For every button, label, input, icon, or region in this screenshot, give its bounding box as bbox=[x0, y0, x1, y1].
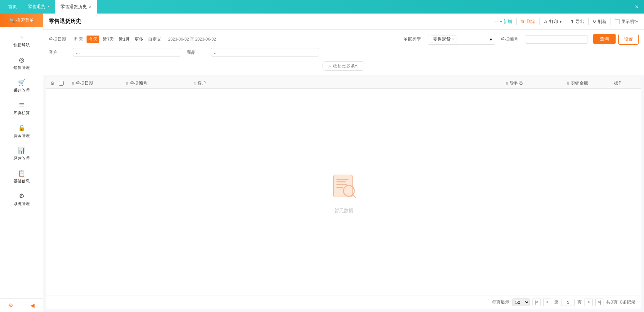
main-layout: 🔍 搜索菜单 ⌂ 快捷导航 ◎ 销售管理 🛒 采购管理 ☰ 库存核算 🔒 资 bbox=[0, 14, 644, 312]
tab-retail-return[interactable]: 零售退货 × bbox=[22, 0, 55, 14]
page-label: 第 bbox=[554, 299, 558, 305]
page-last-button[interactable]: >| bbox=[595, 298, 603, 306]
date-yesterday[interactable]: 昨天 bbox=[73, 36, 85, 43]
delete-icon: 🗑 bbox=[521, 19, 525, 24]
svg-rect-2 bbox=[336, 181, 346, 182]
sidebar-item-management[interactable]: 📊 经营管理 bbox=[0, 143, 43, 165]
tab-retail-return-history-label: 零售退货历史 bbox=[61, 4, 87, 10]
tab-home[interactable]: 首页 bbox=[3, 0, 22, 14]
th-action-label: 操作 bbox=[614, 80, 623, 86]
empty-state: 暂无数据 bbox=[46, 89, 641, 295]
filter-main: 单据日期 昨天 今天 近7天 近1月 更多 自定义 2023-06-02 至 2… bbox=[49, 34, 588, 60]
table-column-settings-icon[interactable]: ⚙ bbox=[50, 81, 55, 86]
sales-icon: ◎ bbox=[19, 56, 24, 64]
basic-icon: 📋 bbox=[18, 170, 25, 177]
sidebar-item-system[interactable]: ⚙ 系统管理 bbox=[0, 188, 43, 211]
date-filter-label: 单据日期 bbox=[49, 36, 68, 42]
home-icon: ⌂ bbox=[20, 34, 23, 41]
type-tag-close[interactable]: × bbox=[452, 37, 454, 41]
date-more[interactable]: 更多 bbox=[133, 36, 145, 43]
sidebar-item-basic[interactable]: 📋 基础信息 bbox=[0, 165, 43, 188]
date-range-display: 2023-06-02 至 2023-06-02 bbox=[168, 37, 216, 42]
finance-icon: 🔒 bbox=[18, 124, 25, 132]
goods-input[interactable] bbox=[211, 48, 319, 57]
page-header: 零售退货历史 ＋ + 新增 🗑 删除 🖨 打印 ▾ bbox=[43, 14, 644, 30]
date-7days[interactable]: 近7天 bbox=[101, 36, 115, 43]
customer-filter-label: 客户 bbox=[49, 49, 68, 55]
setting-button[interactable]: 设置 bbox=[618, 34, 639, 45]
collapse-sidebar-icon[interactable]: ◀ bbox=[30, 302, 34, 309]
refresh-button[interactable]: ↻ 刷新 bbox=[593, 19, 606, 25]
type-filter-label: 单据类型 bbox=[403, 36, 422, 42]
sidebar-search[interactable]: 🔍 搜索菜单 bbox=[0, 14, 43, 27]
th-customer[interactable]: ⇅ 客户 bbox=[189, 80, 502, 86]
th-guide[interactable]: ⇅ 导购员 bbox=[502, 80, 563, 86]
th-date[interactable]: ⇅ 单据日期 bbox=[68, 80, 122, 86]
th-amount[interactable]: ⇅ 实销金额 bbox=[563, 80, 610, 86]
th-docno[interactable]: ⇅ 单据编号 bbox=[122, 80, 189, 86]
page-prev-button[interactable]: < bbox=[543, 298, 551, 306]
date-today[interactable]: 今天 bbox=[87, 36, 99, 43]
sidebar-item-basic-label: 基础信息 bbox=[14, 178, 30, 184]
sidebar-item-shortcut-label: 快捷导航 bbox=[14, 42, 30, 48]
print-dropdown-icon: ▾ bbox=[559, 19, 562, 24]
page-first-button[interactable]: |< bbox=[532, 298, 541, 306]
sidebar-item-sales[interactable]: ◎ 销售管理 bbox=[0, 52, 43, 75]
window-close-button[interactable]: × bbox=[632, 3, 641, 10]
print-icon: 🖨 bbox=[544, 19, 548, 24]
type-tag-retail-return: 零售退货 × bbox=[431, 36, 456, 43]
date-shortcuts: 昨天 今天 近7天 近1月 更多 自定义 bbox=[73, 36, 163, 43]
page-size-select[interactable]: 50 10 20 100 bbox=[512, 298, 530, 306]
search-icon: 🔍 bbox=[9, 18, 15, 23]
refresh-icon: ↻ bbox=[593, 19, 596, 24]
date-custom[interactable]: 自定义 bbox=[147, 36, 163, 43]
export-label: 导出 bbox=[575, 19, 584, 25]
export-button[interactable]: ⬆ 导出 bbox=[570, 19, 584, 25]
svg-rect-4 bbox=[336, 187, 343, 188]
sidebar-item-finance[interactable]: 🔒 资金管理 bbox=[0, 120, 43, 143]
sidebar-item-shortcut[interactable]: ⌂ 快捷导航 bbox=[0, 30, 43, 52]
type-selector[interactable]: 零售退货 × ▾ bbox=[428, 34, 495, 45]
divider-4 bbox=[588, 18, 589, 25]
date-1month[interactable]: 近1月 bbox=[117, 36, 131, 43]
settings-bottom-icon[interactable]: ⚙ bbox=[8, 302, 13, 309]
sidebar-bottom: ⚙ ◀ bbox=[0, 298, 43, 312]
collapse-button[interactable]: △ 收起更多条件 bbox=[323, 61, 365, 71]
select-all-checkbox[interactable] bbox=[59, 81, 64, 86]
sidebar-item-inventory[interactable]: ☰ 库存核算 bbox=[0, 97, 43, 120]
docno-filter-label: 单据编号 bbox=[501, 36, 520, 42]
sidebar: 🔍 搜索菜单 ⌂ 快捷导航 ◎ 销售管理 🛒 采购管理 ☰ 库存核算 🔒 资 bbox=[0, 14, 43, 312]
total-info: 共0页, 0条记录 bbox=[606, 299, 636, 305]
add-button[interactable]: ＋ + 新增 bbox=[494, 19, 512, 25]
empty-illustration bbox=[327, 170, 361, 204]
th-customer-label: 客户 bbox=[197, 80, 206, 86]
table-area: ⚙ ⇅ 单据日期 ⇅ 单据编号 ⇅ 客户 ⇅ 导购员 bbox=[46, 78, 641, 309]
collapse-icon: △ bbox=[328, 64, 332, 69]
page-input[interactable] bbox=[561, 299, 575, 306]
sidebar-item-purchase[interactable]: 🛒 采购管理 bbox=[0, 75, 43, 97]
docno-input[interactable] bbox=[525, 35, 588, 44]
refresh-label: 刷新 bbox=[598, 19, 606, 25]
divider-3 bbox=[566, 18, 566, 25]
display-detail-checkbox[interactable] bbox=[615, 19, 620, 24]
tab-retail-return-history[interactable]: 零售退货历史 × bbox=[55, 0, 97, 14]
sidebar-item-system-label: 系统管理 bbox=[14, 201, 30, 207]
page-size-label: 每页显示 bbox=[492, 299, 509, 305]
page-next-button[interactable]: > bbox=[585, 298, 593, 306]
th-date-sort-icon: ⇅ bbox=[72, 82, 74, 85]
divider-1 bbox=[516, 18, 517, 25]
svg-rect-1 bbox=[336, 179, 349, 180]
th-docno-sort-icon: ⇅ bbox=[126, 82, 128, 85]
goods-filter-label: 商品 bbox=[187, 49, 206, 55]
print-button[interactable]: 🖨 打印 ▾ bbox=[544, 19, 562, 25]
tab-retail-return-close[interactable]: × bbox=[47, 4, 50, 9]
sidebar-item-management-label: 经营管理 bbox=[14, 156, 30, 161]
customer-input[interactable] bbox=[73, 48, 181, 57]
display-detail-toggle[interactable]: 显示明细 bbox=[615, 19, 639, 25]
purchase-icon: 🛒 bbox=[18, 79, 25, 86]
filter-row-1: 单据日期 昨天 今天 近7天 近1月 更多 自定义 2023-06-02 至 2… bbox=[49, 34, 588, 45]
add-label: + 新增 bbox=[500, 19, 512, 25]
tab-retail-return-history-close[interactable]: × bbox=[89, 4, 91, 9]
delete-button[interactable]: 🗑 删除 bbox=[521, 19, 535, 25]
query-button[interactable]: 查询 bbox=[593, 34, 616, 44]
